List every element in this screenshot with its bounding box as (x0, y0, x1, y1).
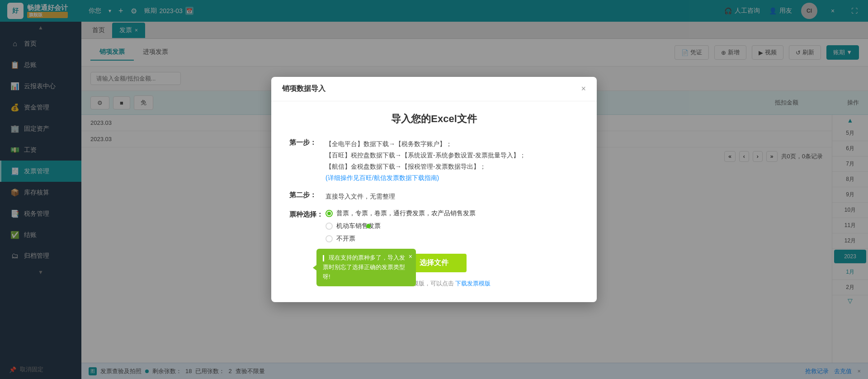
step1-link[interactable]: (详细操作见百旺/航信发票数据下载指南) (326, 172, 526, 184)
ticket-option-normal[interactable]: 普票，专票，卷票，通行费发票，农产品销售发票 (326, 209, 476, 218)
step2-row: 第二步： 直接导入文件，无需整理 (289, 191, 579, 202)
tooltip-bubble: × 现在支持的票种多了，导入发票时别忘了选择正确的发票类型呀! (316, 249, 416, 286)
step1-content: 【全电平台】数据下载→【税务数字账户】； 【百旺】税控盘数据下载→【系统设置-系… (326, 138, 526, 184)
ticket-select-label: 票种选择： (289, 210, 326, 219)
step1-line2: 【百旺】税控盘数据下载→【系统设置-系统参数设置-发票批量导入】； (326, 150, 526, 161)
modal-import: 销项数据导入 × 导入您的Excel文件 第一步： 【全电平台】数据下载→【税务… (271, 77, 597, 303)
modal-title: 销项数据导入 (282, 84, 326, 94)
step1-line3: 【航信】金税盘数据下载→【报税管理-发票数据导出】； (326, 161, 526, 172)
step2-label: 第二步： (289, 191, 326, 202)
radio-vehicle[interactable] (326, 223, 333, 230)
radio-noticket[interactable] (326, 235, 333, 242)
tooltip-bar (323, 255, 324, 261)
modal-header: 销项数据导入 × (271, 77, 597, 101)
modal-main-title: 导入您的Excel文件 (289, 112, 579, 126)
ticket-option-vehicle[interactable]: 机动车销售发票 × 现在支持的票种多了，导入发票时别忘了选择正确的发票类型呀! (326, 222, 476, 230)
tooltip-close-button[interactable]: × (409, 251, 412, 261)
modal-close-button[interactable]: × (581, 84, 586, 94)
ticket-options: 普票，专票，卷票，通行费发票，农产品销售发票 机动车销售发票 × 现在支持的票种… (326, 209, 476, 243)
ticket-option-noticket[interactable]: 不开票 (326, 235, 476, 243)
radio-normal[interactable] (326, 210, 333, 217)
step1-row: 第一步： 【全电平台】数据下载→【税务数字账户】； 【百旺】税控盘数据下载→【系… (289, 138, 579, 184)
tooltip-dot-indicator (366, 224, 371, 228)
step1-label: 第一步： (289, 138, 326, 184)
modal-body: 导入您的Excel文件 第一步： 【全电平台】数据下载→【税务数字账户】； 【百… (271, 101, 597, 303)
step2-content: 直接导入文件，无需整理 (326, 191, 395, 202)
step1-line1: 【全电平台】数据下载→【税务数字账户】； (326, 138, 526, 150)
download-template-link[interactable]: 下载发票模版 (455, 280, 491, 287)
modal-overlay[interactable]: 销项数据导入 × 导入您的Excel文件 第一步： 【全电平台】数据下载→【税务… (0, 0, 868, 379)
ticket-select-row: 票种选择： 普票，专票，卷票，通行费发票，农产品销售发票 机动车销售发票 (289, 209, 579, 243)
tooltip-text: 现在支持的票种多了，导入发票时别忘了选择正确的发票类型呀! (323, 254, 405, 280)
